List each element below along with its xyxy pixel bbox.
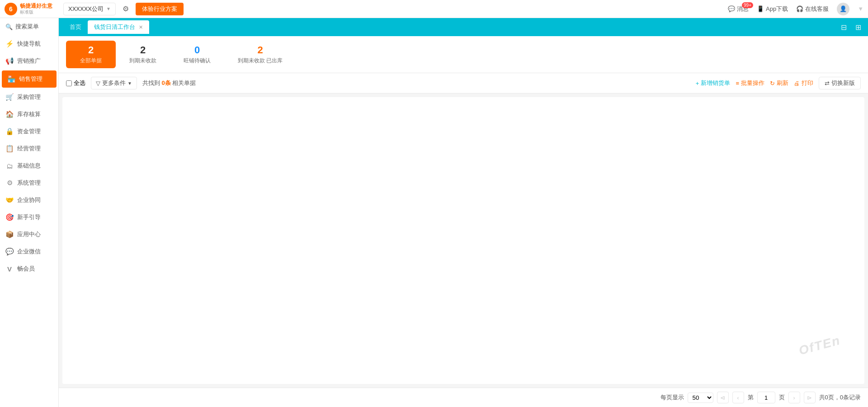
member-icon: V bbox=[5, 265, 14, 273]
chevron-down-filter-icon: ▼ bbox=[127, 81, 132, 86]
sidebar-item-label: 企业协同 bbox=[17, 196, 41, 204]
search-icon: 🔍 bbox=[5, 23, 13, 30]
experience-button[interactable]: 体验行业方案 bbox=[136, 3, 184, 15]
sidebar-item-sales[interactable]: 🏪 销售管理 bbox=[2, 70, 57, 88]
sidebar-item-label: 快捷导航 bbox=[17, 40, 41, 48]
tab-expand-button[interactable]: ⊞ bbox=[853, 22, 863, 33]
batch-operation-button[interactable]: ≡ 批量操作 bbox=[736, 79, 764, 87]
sidebar-item-label: 企业微信 bbox=[17, 248, 41, 256]
sidebar-item-quick-nav[interactable]: ⚡ 快捷导航 bbox=[0, 35, 58, 52]
sidebar-item-basic-info[interactable]: 🗂 基础信息 bbox=[0, 157, 58, 174]
sidebar-item-app-center[interactable]: 📦 应用中心 bbox=[0, 226, 58, 243]
sidebar-item-label: 经营管理 bbox=[17, 145, 41, 153]
purchase-icon: 🛒 bbox=[5, 93, 14, 101]
quick-nav-icon: ⚡ bbox=[5, 40, 14, 48]
tab-minimize-button[interactable]: ⊟ bbox=[838, 22, 849, 33]
page-size-label: 每页显示 bbox=[660, 393, 684, 402]
page-suffix: 页 bbox=[779, 393, 785, 402]
last-page-button[interactable]: ⊳ bbox=[804, 392, 816, 403]
select-all-input[interactable] bbox=[66, 80, 72, 86]
toolbar: 全选 ▽ 更多条件 ▼ 共找到 0条 相关单据 + 新增销货单 bbox=[59, 73, 868, 94]
filter-label: 更多条件 bbox=[102, 79, 126, 87]
tab-actions: ⊟ ⊞ bbox=[838, 22, 863, 33]
settings-button[interactable]: ⚙ bbox=[119, 3, 132, 15]
stat-card-overdue[interactable]: 2 到期未收款 bbox=[116, 41, 170, 68]
plus-icon: + bbox=[696, 80, 699, 87]
logo-icon: 6 bbox=[5, 3, 17, 15]
refresh-button[interactable]: ↻ 刷新 bbox=[770, 79, 788, 87]
stats-bar: 2 全部单据 2 到期未收款 0 旺铺待确认 2 到期未收款 已出库 bbox=[59, 36, 868, 73]
sidebar-item-label: 资金管理 bbox=[17, 127, 41, 136]
basic-info-icon: 🗂 bbox=[5, 162, 14, 170]
tab-workspace[interactable]: 钱货日清工作台 ✕ bbox=[88, 20, 149, 34]
page-input[interactable] bbox=[757, 392, 775, 403]
filter-button[interactable]: ▽ 更多条件 ▼ bbox=[91, 77, 137, 89]
batch-icon: ≡ bbox=[736, 80, 739, 87]
stat-card-shipped[interactable]: 2 到期未收款 已出库 bbox=[224, 41, 296, 68]
tab-bar: 首页 钱货日清工作台 ✕ ⊟ ⊞ bbox=[59, 18, 868, 36]
sidebar-item-wechat[interactable]: 💬 企业微信 bbox=[0, 243, 58, 260]
logo-area: 6 畅捷通好生意 标准版 bbox=[5, 3, 63, 15]
stat-card-all[interactable]: 2 全部单据 bbox=[66, 41, 116, 68]
new-order-button[interactable]: + 新增销货单 bbox=[696, 79, 731, 87]
stat-label-all: 全部单据 bbox=[80, 57, 102, 65]
top-header: 6 畅捷通好生意 标准版 XXXXXX公司 ▼ ⚙ 体验行业方案 💬 消息 99… bbox=[0, 0, 868, 18]
sidebar-item-inventory[interactable]: 🏠 库存核算 bbox=[0, 106, 58, 123]
sidebar-item-purchase[interactable]: 🛒 采购管理 bbox=[0, 89, 58, 106]
sidebar-item-label: 畅会员 bbox=[17, 265, 35, 273]
sidebar-item-member[interactable]: V 畅会员 bbox=[0, 260, 58, 277]
select-all-checkbox[interactable]: 全选 bbox=[66, 79, 85, 87]
tab-close-icon[interactable]: ✕ bbox=[139, 24, 143, 30]
logo-title: 畅捷通好生意 bbox=[20, 3, 52, 9]
username-area[interactable]: ▼ bbox=[858, 5, 863, 12]
avatar[interactable]: 👤 bbox=[837, 3, 849, 15]
inventory-icon: 🏠 bbox=[5, 110, 14, 118]
app-download-label: App下载 bbox=[766, 5, 788, 13]
print-button[interactable]: 🖨 打印 bbox=[794, 79, 813, 87]
refresh-icon: ↻ bbox=[770, 80, 775, 87]
online-service-button[interactable]: 🎧 在线客服 bbox=[796, 5, 829, 13]
prev-page-button[interactable]: ‹ bbox=[732, 392, 744, 403]
batch-label: 批量操作 bbox=[741, 79, 764, 87]
total-info: 共0页，0条记录 bbox=[819, 393, 861, 402]
next-page-button[interactable]: › bbox=[788, 392, 800, 403]
sidebar-item-system[interactable]: ⚙ 系统管理 bbox=[0, 174, 58, 192]
stat-number-pending: 0 bbox=[194, 44, 200, 56]
switch-icon: ⇄ bbox=[825, 80, 830, 87]
system-icon: ⚙ bbox=[5, 179, 14, 187]
sidebar-item-label: 基础信息 bbox=[17, 162, 41, 170]
sidebar-item-cooperation[interactable]: 🤝 企业协同 bbox=[0, 192, 58, 209]
first-page-button[interactable]: ⊲ bbox=[717, 392, 729, 403]
stat-card-pending[interactable]: 0 旺铺待确认 bbox=[170, 41, 224, 68]
sidebar-item-marketing[interactable]: 📢 营销推广 bbox=[0, 52, 58, 70]
header-right: 💬 消息 99+ 📱 App下载 🎧 在线客服 👤 ▼ bbox=[728, 3, 863, 15]
found-count: 0条 bbox=[162, 80, 171, 86]
main-layout: 🔍 搜索菜单 ⚡ 快捷导航 📢 营销推广 🏪 销售管理 🛒 采购管理 🏠 库存核… bbox=[0, 18, 868, 407]
app-download-button[interactable]: 📱 App下载 bbox=[757, 5, 788, 13]
sidebar-search[interactable]: 🔍 搜索菜单 bbox=[0, 18, 58, 35]
wechat-icon: 💬 bbox=[5, 248, 14, 256]
message-button[interactable]: 💬 消息 99+ bbox=[728, 5, 749, 13]
sidebar-item-guide[interactable]: 🎯 新手引导 bbox=[0, 209, 58, 226]
search-menu-label: 搜索菜单 bbox=[15, 23, 39, 31]
table-area bbox=[62, 97, 864, 384]
toolbar-right: + 新增销货单 ≡ 批量操作 ↻ 刷新 🖨 打印 bbox=[696, 77, 861, 89]
stat-label-shipped: 到期未收款 已出库 bbox=[238, 57, 283, 65]
message-badge: 99+ bbox=[742, 2, 753, 8]
logo-sub: 标准版 bbox=[20, 9, 52, 15]
user-icon: 👤 bbox=[840, 5, 847, 12]
switch-label: 切换新版 bbox=[831, 79, 855, 87]
company-selector[interactable]: XXXXXX公司 ▼ bbox=[63, 3, 116, 15]
download-icon: 📱 bbox=[757, 5, 764, 12]
page-size-select[interactable]: 50 10 20 100 bbox=[688, 393, 713, 403]
app-center-icon: 📦 bbox=[5, 230, 14, 239]
message-icon: 💬 bbox=[728, 5, 735, 12]
switch-version-button[interactable]: ⇄ 切换新版 bbox=[819, 77, 861, 89]
sidebar-item-finance[interactable]: 🔒 资金管理 bbox=[0, 123, 58, 140]
pagination: 每页显示 50 10 20 100 ⊲ ‹ 第 页 › ⊳ 共0页，0条记录 bbox=[59, 388, 868, 407]
chevron-down-icon-user: ▼ bbox=[858, 5, 863, 12]
sidebar-item-operations[interactable]: 📋 经营管理 bbox=[0, 140, 58, 157]
stat-number-shipped: 2 bbox=[258, 44, 263, 56]
tab-home[interactable]: 首页 bbox=[63, 20, 88, 34]
sidebar-item-label: 营销推广 bbox=[17, 57, 41, 65]
